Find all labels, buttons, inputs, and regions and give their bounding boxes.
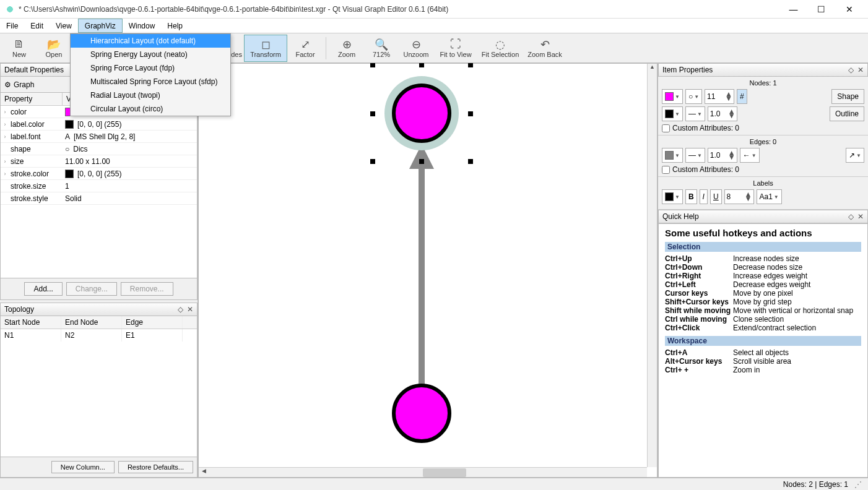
chevron-down-icon: ▼ (697, 153, 702, 158)
dropdown-circular[interactable]: Circular Layout (circo) (71, 102, 230, 116)
property-row[interactable]: shape○Dics (1, 143, 197, 155)
close-panel-icon[interactable]: ✕ (857, 212, 864, 221)
menu-view[interactable]: View (50, 19, 78, 33)
close-button[interactable]: ✕ (835, 1, 863, 18)
handle-w[interactable] (370, 111, 375, 116)
fit-view-button[interactable]: ⛶Fit to View (434, 35, 477, 62)
help-row: Ctrl+ +Zoom in (665, 366, 861, 374)
close-panel-icon[interactable]: ✕ (187, 305, 193, 314)
zoom-back-button[interactable]: ↶Zoom Back (523, 35, 566, 62)
dropdown-spring-force[interactable]: Spring Force Layout (fdp) (71, 61, 230, 75)
scroll-left-icon[interactable]: ◀ (199, 468, 209, 477)
edge-style-combo[interactable]: —▼ (685, 148, 705, 163)
unzoom-button[interactable]: ⊖Unzoom (399, 35, 433, 62)
factor-button[interactable]: ⤢Factor (289, 35, 322, 62)
custom-edges-checkbox[interactable] (662, 166, 670, 174)
custom-attributes-edges[interactable]: Custom Attributes: 0 (662, 165, 864, 174)
fit-selection-button[interactable]: ◌Fit Selection (479, 35, 522, 62)
node-fill-combo[interactable]: ▼ (662, 89, 683, 104)
new-column-button[interactable]: New Column... (51, 461, 115, 473)
handle-s[interactable] (419, 159, 424, 164)
dropdown-spring-energy[interactable]: Spring Energy Layout (neato) (71, 48, 230, 61)
help-row: Ctrl+ASelect all objects (665, 348, 861, 357)
dropdown-hierarchical[interactable]: Hierarchical Layout (dot default) (71, 34, 230, 48)
menu-graphviz[interactable]: GraphViz (78, 19, 123, 33)
zoom-button[interactable]: ⊕Zoom (330, 35, 363, 62)
handle-sw[interactable] (370, 159, 375, 164)
outline-style-combo[interactable]: —▼ (685, 106, 705, 121)
remove-button[interactable]: Remove... (121, 282, 173, 296)
zoom-in-icon: ⊕ (342, 38, 352, 51)
property-row[interactable]: stroke.size1 (1, 180, 197, 192)
float-icon[interactable]: ◇ (178, 305, 183, 314)
open-button[interactable]: 📂Open (37, 35, 71, 62)
custom-nodes-checkbox[interactable] (662, 124, 670, 132)
minimize-button[interactable]: — (779, 1, 807, 18)
dropdown-multiscaled[interactable]: Multiscaled Spring Force Layout (sfdp) (71, 75, 230, 88)
node-size-input[interactable] (705, 92, 724, 101)
node-shape-combo[interactable]: ○▼ (685, 89, 702, 104)
change-button[interactable]: Change... (66, 282, 117, 296)
nodes-count-label: Nodes: 1 (662, 79, 864, 87)
menu-help[interactable]: Help (161, 19, 189, 33)
restore-defaults-button[interactable]: Restore Defaults... (118, 461, 193, 473)
label-size-spinner[interactable]: ▲▼ (724, 189, 754, 204)
hash-button[interactable]: # (737, 89, 747, 104)
maximize-button[interactable]: ☐ (807, 1, 835, 18)
node-n2[interactable] (394, 385, 449, 441)
fit-icon: ⛶ (450, 38, 461, 51)
outline-width-spinner[interactable]: ▲▼ (708, 106, 737, 121)
outline-color-combo[interactable]: ▼ (662, 106, 683, 121)
edge-color-combo[interactable]: ▼ (662, 148, 683, 163)
label-font-combo[interactable]: Aa1▼ (757, 189, 782, 204)
handle-n[interactable] (419, 63, 424, 67)
outline-button[interactable]: Outline (830, 106, 864, 121)
label-size-input[interactable] (725, 192, 744, 201)
float-icon[interactable]: ◇ (848, 66, 854, 74)
selection-box[interactable] (373, 65, 471, 161)
add-button[interactable]: Add... (24, 282, 62, 296)
property-row[interactable]: stroke.styleSolid (1, 192, 197, 205)
italic-button[interactable]: I (700, 189, 708, 204)
scroll-thumb[interactable] (423, 468, 466, 477)
help-section-header: Workspace (665, 336, 861, 346)
edge-width-input[interactable] (708, 151, 727, 160)
node-size-spinner[interactable]: ▲▼ (705, 89, 734, 104)
scroll-up-icon[interactable]: ▲ (648, 64, 657, 74)
zoom-pct-button[interactable]: 🔍712% (365, 35, 398, 62)
edge-width-spinner[interactable]: ▲▼ (708, 148, 737, 163)
resize-grip-icon[interactable]: ⋰ (854, 480, 862, 489)
handle-e[interactable] (468, 111, 473, 116)
label-color-combo[interactable]: ▼ (662, 189, 683, 204)
dropdown-radial[interactable]: Radial Layout (twopi) (71, 88, 230, 102)
menu-edit[interactable]: Edit (24, 19, 50, 33)
underline-button[interactable]: U (710, 189, 722, 204)
custom-attributes-nodes[interactable]: Custom Attributes: 0 (662, 124, 864, 132)
cell-edge: E1 (122, 329, 183, 342)
vertical-scrollbar[interactable]: ▲ (647, 64, 657, 467)
transform-button[interactable]: ◻Transform (244, 35, 287, 62)
property-row[interactable]: ›label.color[0, 0, 0] (255) (1, 118, 197, 131)
handle-nw[interactable] (370, 63, 375, 67)
menu-file[interactable]: File (0, 19, 24, 33)
graph-tab-label[interactable]: Graph (14, 80, 34, 89)
bold-button[interactable]: B (685, 189, 697, 204)
topology-buttons: New Column... Restore Defaults... (0, 457, 197, 478)
edge-arrow-combo[interactable]: ←▼ (740, 148, 760, 163)
edge-type-combo[interactable]: ↗▼ (846, 148, 864, 163)
horizontal-scrollbar[interactable]: ◀ (199, 467, 647, 477)
new-button[interactable]: 🗎New (2, 35, 36, 62)
property-row[interactable]: ›stroke.color[0, 0, 0] (255) (1, 168, 197, 180)
float-icon[interactable]: ◇ (848, 212, 854, 221)
shape-button[interactable]: Shape (831, 89, 864, 104)
property-row[interactable]: ›size11.00 x 11.00 (1, 155, 197, 168)
quick-help-content[interactable]: Some useful hotkeys and actions Selectio… (658, 223, 868, 478)
topology-row[interactable]: N1 N2 E1 (1, 329, 197, 342)
property-row[interactable]: ›label.fontA[MS Shell Dlg 2, 8] (1, 131, 197, 143)
handle-se[interactable] (468, 159, 473, 164)
outline-width-input[interactable] (708, 110, 727, 118)
close-panel-icon[interactable]: ✕ (857, 66, 864, 74)
canvas[interactable]: ▲ ◀ (198, 63, 658, 478)
menu-window[interactable]: Window (123, 19, 162, 33)
handle-ne[interactable] (468, 63, 473, 67)
